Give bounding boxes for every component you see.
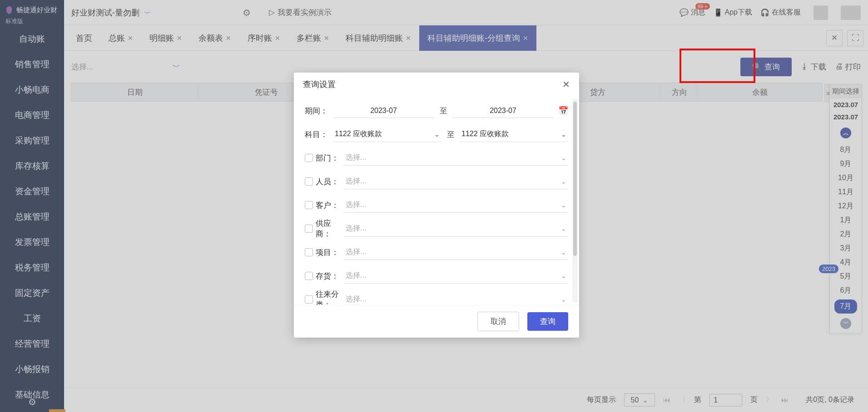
chevron-down-icon: ⌄: [561, 178, 566, 185]
filter-label-5: 存货：: [305, 271, 344, 281]
chevron-down-icon: ⌄: [561, 154, 566, 162]
chevron-down-icon: ⌄: [561, 201, 566, 209]
calendar-icon[interactable]: 📅: [558, 106, 568, 116]
period-from-input[interactable]: 2023-07: [333, 104, 434, 118]
chevron-down-icon: ⌄: [561, 249, 566, 256]
filter-select-2[interactable]: 选择...⌄: [344, 197, 568, 213]
to-label: 至: [434, 106, 452, 116]
subject-to-value: 1122 应收账款: [461, 129, 509, 139]
subject-from-select[interactable]: 1122 应收账款 ⌄: [333, 127, 441, 142]
filter-select-0[interactable]: 选择...⌄: [344, 150, 568, 166]
chevron-down-icon: ⌄: [561, 296, 566, 303]
dialog-title: 查询设置: [303, 79, 336, 90]
subject-label: 科目：: [305, 129, 333, 140]
period-label: 期间：: [305, 106, 333, 116]
filter-label-3: 供应商：: [305, 218, 344, 239]
scrollbar-thumb[interactable]: [573, 102, 577, 256]
filter-label-1: 人员：: [305, 177, 344, 187]
chevron-down-icon: ⌄: [561, 131, 566, 138]
filter-checkbox-2[interactable]: [305, 201, 313, 209]
filter-checkbox-5[interactable]: [305, 272, 313, 280]
filter-select-1[interactable]: 选择...⌄: [344, 174, 568, 189]
filter-select-5[interactable]: 选择...⌄: [344, 268, 568, 284]
filter-checkbox-0[interactable]: [305, 154, 313, 162]
confirm-query-button[interactable]: 查询: [527, 312, 568, 331]
filter-label-0: 部门：: [305, 153, 344, 163]
filter-select-6[interactable]: 选择...⌄: [344, 292, 568, 305]
cancel-button[interactable]: 取消: [477, 312, 519, 331]
filter-checkbox-1[interactable]: [305, 177, 313, 186]
chevron-down-icon: ⌄: [561, 272, 566, 280]
chevron-down-icon: ⌄: [561, 225, 566, 232]
filter-checkbox-4[interactable]: [305, 248, 313, 256]
scrollbar-track[interactable]: [572, 99, 578, 302]
filter-label-2: 客户：: [305, 200, 344, 211]
filter-label-6: 往来分类：: [305, 289, 344, 305]
close-icon[interactable]: ✕: [562, 79, 570, 90]
query-settings-dialog: 查询设置 ✕ 期间： 2023-07 至 2023-07 📅 科目： 1122 …: [294, 73, 579, 338]
filter-label-4: 项目：: [305, 247, 344, 258]
filter-select-3[interactable]: 选择...⌄: [344, 221, 568, 236]
to-label-2: 至: [441, 129, 460, 140]
subject-to-select[interactable]: 1122 应收账款 ⌄: [460, 127, 568, 142]
subject-from-value: 1122 应收账款: [335, 129, 382, 139]
period-to-input[interactable]: 2023-07: [452, 104, 554, 118]
filter-checkbox-6[interactable]: [305, 295, 313, 304]
filter-select-4[interactable]: 选择...⌄: [344, 245, 568, 260]
chevron-down-icon: ⌄: [434, 131, 440, 138]
filter-checkbox-3[interactable]: [305, 225, 313, 233]
